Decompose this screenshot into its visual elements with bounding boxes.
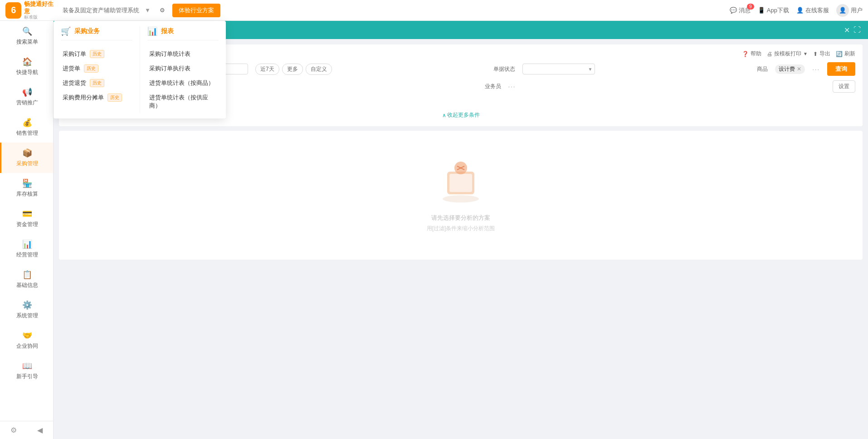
dropdown-item-label: 采购订单统计表 (149, 50, 190, 58)
dropdown-item-label: 进货单统计表（按供应商） (149, 94, 217, 110)
query-actions: 查询 (827, 62, 855, 76)
date-tag-custom[interactable]: 自定义 (306, 64, 332, 75)
history-badge: 历史 (84, 64, 98, 73)
user-label: 用户 (851, 6, 863, 15)
report-col: 📊 报表 采购订单统计表 采购订单执行表 进货单统计表（按商品） 进货单统计表（… (140, 26, 226, 113)
sidebar-item-purchase[interactable]: 📦 采购管理 (0, 143, 53, 173)
sidebar-settings-btn[interactable]: ⚙ (10, 426, 17, 434)
query-btn[interactable]: 查询 (827, 62, 855, 76)
sidebar-item-sales[interactable]: 💰 销售管理 (0, 112, 53, 143)
sidebar-item-label: 系统管理 (16, 312, 38, 320)
tab-actions: ✕ ⛶ (840, 26, 864, 35)
sidebar-item-label: 新手引导 (16, 373, 38, 380)
purchase-col-icon: 🛒 (61, 26, 71, 36)
sidebar-item-label: 营销推广 (16, 99, 38, 107)
sidebar-item-basic[interactable]: 📋 基础信息 (0, 264, 53, 295)
goods-more[interactable]: ··· (812, 66, 820, 73)
sidebar-item-system[interactable]: ⚙️ 系统管理 (0, 295, 53, 325)
collapse-chevron-icon: ∧ (442, 112, 446, 118)
doc-status-select[interactable] (522, 64, 595, 74)
settings-btn[interactable]: 设置 (833, 80, 855, 93)
date-tag-7days[interactable]: 近7天 (255, 64, 279, 75)
salesman-label: 业务员 (485, 83, 501, 90)
online-service-btn[interactable]: 👤 在线客服 (796, 6, 829, 15)
dropdown-item-label: 进货单 (63, 64, 80, 73)
date-tag-more[interactable]: 更多 (282, 64, 303, 75)
refresh-icon: 🔄 (836, 51, 843, 57)
dropdown-item-label: 进货退货 (63, 79, 86, 87)
stock-icon: 🏪 (22, 178, 32, 188)
dropdown-item-receipt-stats-supplier[interactable]: 进货单统计表（按供应商） (147, 90, 219, 113)
dropdown-item-receipt-stats-goods[interactable]: 进货单统计表（按商品） (147, 76, 219, 90)
collapse-btn[interactable]: ∧ 收起更多条件 (442, 111, 480, 119)
sales-icon: 💰 (22, 118, 32, 128)
sidebar-item-label: 搜索菜单 (16, 38, 38, 46)
home-icon: 🏠 (22, 57, 32, 67)
refresh-label: 刷新 (844, 50, 855, 58)
purchase-col-title: 🛒 采购业务 (61, 26, 132, 40)
dropdown-item-label: 采购费用分摊单 (63, 94, 104, 102)
service-label: 在线客服 (805, 6, 829, 15)
sidebar-collapse-btn[interactable]: ◀ (37, 426, 43, 434)
industry-btn[interactable]: 体验行业方案 (172, 4, 220, 17)
message-btn[interactable]: 💬 消息 9 (730, 6, 751, 15)
dropdown-item-order-exec[interactable]: 采购订单执行表 (147, 61, 219, 76)
tab-expand-btn[interactable]: ⛶ (853, 26, 861, 34)
dropdown-item-label: 进货单统计表（按商品） (149, 79, 214, 87)
logo-text: 畅捷通好生意 标准版 (24, 0, 59, 20)
marketing-icon: 📢 (22, 87, 32, 97)
sidebar-bottom: ⚙ ◀ (0, 421, 53, 439)
history-badge: 历史 (107, 94, 122, 102)
date-tag-group: 近7天 更多 自定义 (255, 64, 332, 75)
report-col-title: 📊 报表 (147, 26, 219, 40)
enterprise-icon: 🤝 (22, 330, 32, 340)
print-icon: 🖨 (767, 51, 772, 57)
export-btn[interactable]: ⬆ 导出 (813, 50, 830, 58)
doc-status-wrapper (522, 64, 595, 74)
doc-status-label: 单据状态 (493, 65, 515, 73)
logo-area: 6 畅捷通好生意 标准版 (5, 0, 59, 20)
dropdown-item-purchase-expense[interactable]: 采购费用分摊单 历史 (61, 90, 132, 105)
service-icon: 👤 (796, 7, 804, 14)
sidebar-item-quick[interactable]: 🏠 快捷导航 (0, 51, 53, 82)
user-btn[interactable]: 👤 用户 (836, 4, 863, 17)
salesman-more[interactable]: ··· (508, 83, 516, 90)
tab-close-all-btn[interactable]: ✕ (844, 26, 850, 35)
basic-icon: 📋 (22, 270, 32, 280)
message-badge: 9 (747, 4, 754, 10)
topbar: 6 畅捷通好生意 标准版 装备及固定资产辅助管理系统 ▼ ⚙ 体验行业方案 💬 … (0, 0, 868, 21)
guide-icon: 📖 (22, 361, 32, 371)
logo-line1: 畅捷通好生意 (24, 0, 59, 15)
settings-icon-btn[interactable]: ⚙ (156, 4, 169, 17)
refresh-btn[interactable]: 🔄 刷新 (836, 50, 855, 58)
settings-action: 设置 (833, 80, 855, 93)
sidebar-item-search[interactable]: 🔍 搜索菜单 (0, 21, 53, 51)
system-title-arrow[interactable]: ▼ (143, 7, 152, 14)
sidebar-item-finance[interactable]: 💳 资金管理 (0, 203, 53, 234)
sidebar-item-marketing[interactable]: 📢 营销推广 (0, 82, 53, 112)
empty-tip1: 请先选择要分析的方案 (431, 214, 490, 222)
dropdown-item-order-stats[interactable]: 采购订单统计表 (147, 47, 219, 61)
sidebar-item-enterprise[interactable]: 🤝 企业协同 (0, 325, 53, 355)
dropdown-item-label: 采购订单执行表 (149, 64, 190, 73)
dropdown-item-purchase-order[interactable]: 采购订单 历史 (61, 47, 132, 61)
help-icon: ❓ (742, 51, 749, 57)
topbar-right: 💬 消息 9 📱 App下载 👤 在线客服 👤 用户 (730, 4, 863, 17)
export-icon: ⬆ (813, 51, 818, 57)
topbar-middle: 装备及固定资产辅助管理系统 ▼ ⚙ 体验行业方案 (59, 4, 730, 17)
empty-tip2: 用[过滤]条件来缩小分析范围 (427, 225, 495, 232)
goods-chip: 设计费 ✕ (775, 64, 805, 74)
sidebar-item-label: 资金管理 (16, 221, 38, 228)
goods-chip-close[interactable]: ✕ (797, 66, 801, 72)
help-btn[interactable]: ❓ 帮助 (742, 50, 761, 58)
app-label: App下载 (767, 6, 789, 15)
sidebar-item-stock[interactable]: 🏪 库存核算 (0, 173, 53, 203)
sidebar-item-operation[interactable]: 📊 经营管理 (0, 234, 53, 264)
print-btn[interactable]: 🖨 按模板打印 ▼ (767, 50, 808, 58)
sidebar-item-guide[interactable]: 📖 新手引导 (0, 355, 53, 386)
app-download-btn[interactable]: 📱 App下载 (758, 6, 789, 15)
sidebar-item-label: 基础信息 (16, 281, 38, 289)
search-icon: 🔍 (22, 26, 32, 36)
dropdown-item-purchase-receipt[interactable]: 进货单 历史 (61, 61, 132, 76)
dropdown-item-purchase-return[interactable]: 进货退货 历史 (61, 76, 132, 90)
